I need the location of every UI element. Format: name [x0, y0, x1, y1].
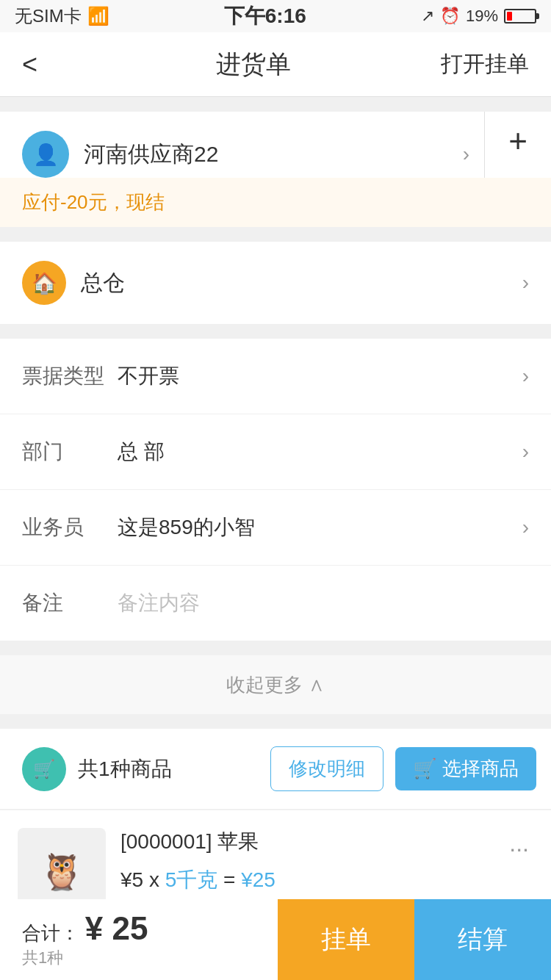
- cart-icon: 🛒: [33, 759, 55, 779]
- total-line: 合计： ¥ 25: [22, 910, 256, 947]
- price-value: ¥5: [120, 868, 143, 891]
- total-amount: ¥ 25: [85, 910, 148, 946]
- invoice-value: 不开票: [118, 362, 515, 390]
- status-right: ↗ ⏰ 19%: [421, 7, 536, 26]
- supplier-section: 👤 河南供应商22 › +: [0, 112, 551, 178]
- remark-row[interactable]: 备注 备注内容: [0, 566, 551, 641]
- form-section: 票据类型 不开票 › 部门 总 部 › 业务员 这是859的小智 › 备注 备注…: [0, 339, 551, 641]
- warehouse-icon: 🏠: [22, 261, 66, 305]
- total-value: ¥25: [241, 868, 276, 891]
- department-row[interactable]: 部门 总 部 ›: [0, 414, 551, 490]
- edit-detail-button[interactable]: 修改明细: [270, 746, 383, 791]
- supplier-avatar: 👤: [22, 131, 69, 178]
- product-name: [0000001] 苹果: [120, 828, 487, 856]
- remark-input[interactable]: 备注内容: [118, 589, 529, 617]
- invoice-label: 票据类型: [22, 362, 118, 390]
- select-product-button[interactable]: 🛒 选择商品: [395, 747, 536, 790]
- location-icon: ↗: [421, 7, 434, 26]
- signal-text: 无SIM卡: [15, 4, 82, 28]
- supplier-chevron-icon: ›: [463, 143, 469, 166]
- qty-value: 5千克: [165, 868, 218, 891]
- product-count: 共1种商品: [78, 755, 259, 783]
- product-price: ¥5 x 5千克 = ¥25: [120, 866, 487, 894]
- product-more-button[interactable]: ···: [502, 828, 536, 870]
- collapse-button[interactable]: 收起更多 ∧: [0, 655, 551, 714]
- status-left: 无SIM卡 📶: [15, 4, 109, 28]
- payment-notice: 应付-20元，现结: [0, 178, 551, 227]
- salesman-chevron-icon: ›: [522, 516, 529, 539]
- nav-bar: < 进货单 打开挂单: [0, 32, 551, 97]
- invoice-chevron-icon: ›: [522, 364, 529, 388]
- supplier-name: 河南供应商22: [84, 140, 455, 170]
- warehouse-selector[interactable]: 🏠 总仓 ›: [0, 242, 551, 324]
- product-header: 🛒 共1种商品 修改明细 🛒 选择商品: [0, 729, 551, 809]
- select-icon: 🛒: [413, 757, 436, 780]
- status-bar: 无SIM卡 📶 下午6:16 ↗ ⏰ 19%: [0, 0, 551, 32]
- warehouse-chevron-icon: ›: [522, 271, 529, 295]
- status-time: 下午6:16: [224, 2, 306, 30]
- equals-sign: =: [223, 868, 241, 891]
- department-value: 总 部: [118, 438, 515, 466]
- select-label: 选择商品: [442, 756, 519, 782]
- wifi-icon: 📶: [87, 6, 109, 26]
- product-info: [0000001] 苹果 ¥5 x 5千克 = ¥25: [120, 828, 487, 894]
- warehouse-name: 总仓: [81, 268, 515, 298]
- department-label: 部门: [22, 438, 118, 466]
- checkout-button[interactable]: 结算: [414, 899, 551, 980]
- avatar-icon: 👤: [33, 143, 59, 167]
- battery-icon: [504, 9, 536, 24]
- open-pending-button[interactable]: 打开挂单: [441, 49, 529, 79]
- total-count: 共1种: [22, 947, 256, 969]
- invoice-row[interactable]: 票据类型 不开票 ›: [0, 339, 551, 414]
- department-chevron-icon: ›: [522, 440, 529, 464]
- alarm-icon: ⏰: [440, 7, 460, 26]
- add-supplier-button[interactable]: +: [485, 112, 551, 178]
- supplier-selector[interactable]: 👤 河南供应商22 ›: [0, 112, 485, 178]
- placeholder-owl-icon: 🦉: [40, 851, 84, 893]
- product-icon: 🛒: [22, 747, 66, 791]
- pending-button[interactable]: 挂单: [278, 899, 414, 980]
- product-title: 苹果: [217, 830, 259, 853]
- price-separator: x: [149, 868, 165, 891]
- page-title: 进货单: [216, 48, 291, 82]
- salesman-row[interactable]: 业务员 这是859的小智 ›: [0, 490, 551, 566]
- bottom-bar: 合计： ¥ 25 共1种 挂单 结算: [0, 899, 551, 980]
- bottom-total: 合计： ¥ 25 共1种: [0, 910, 278, 969]
- battery-pct: 19%: [466, 7, 498, 26]
- back-button[interactable]: <: [22, 49, 66, 80]
- gap-1: [0, 97, 551, 112]
- total-label: 合计：: [22, 922, 79, 944]
- remark-label: 备注: [22, 589, 118, 617]
- salesman-label: 业务员: [22, 514, 118, 541]
- salesman-value: 这是859的小智: [118, 514, 515, 541]
- product-code: [0000001]: [120, 830, 212, 853]
